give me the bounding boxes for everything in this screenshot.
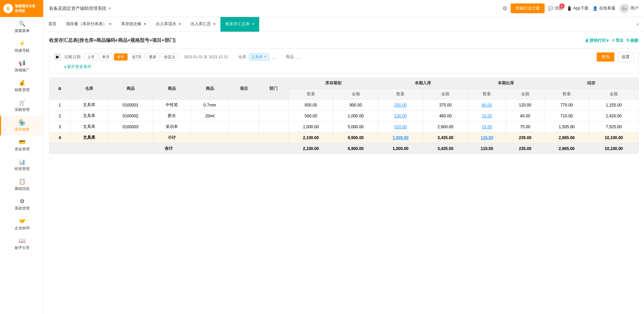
- row-balance-amt-0: 1,155.00: [589, 100, 639, 111]
- row-in-qty-2[interactable]: 520.00: [378, 121, 423, 132]
- app-download-action[interactable]: 📱 App下载: [567, 5, 589, 11]
- tab-label-flow: 出入库流水: [156, 21, 176, 27]
- sidebar-item-inventory[interactable]: 🏪库存核算: [0, 116, 43, 135]
- row-no-0: 1: [49, 100, 70, 111]
- goods-more[interactable]: ...: [297, 54, 301, 60]
- user-action[interactable]: Ea 用户: [620, 4, 639, 13]
- date-btn-上月[interactable]: 上月: [84, 53, 98, 61]
- footer-balance-amt: 10,100.00: [589, 143, 639, 154]
- col-open-qty-header: 数量: [288, 89, 333, 100]
- sidebar-label-collab: 企业协同: [15, 226, 30, 231]
- tab-bar-close-btn[interactable]: ✕: [631, 18, 644, 31]
- row-warehouse-2: 文具库: [70, 121, 108, 132]
- print-icon: 🖨: [585, 38, 589, 43]
- row-in-qty-3[interactable]: 1,000.00: [378, 132, 423, 143]
- refresh-button[interactable]: ↻ 刷新: [626, 38, 639, 44]
- tab-summary[interactable]: 出入库汇总✕: [186, 17, 220, 32]
- warehouse-tag-close[interactable]: ✕: [264, 55, 267, 59]
- trial-button[interactable]: 体验行业方案: [511, 3, 545, 13]
- export-icon: ↗: [611, 38, 615, 43]
- sidebar-item-system[interactable]: ⚙系统管理: [0, 195, 43, 214]
- row-spec-3: [191, 132, 229, 143]
- sidebar-item-finance[interactable]: 💳资金管理: [0, 135, 43, 155]
- logo-text: 畅捷通好生意 标准版: [15, 4, 35, 13]
- sidebar-item-operations[interactable]: 📊经营管理: [0, 155, 43, 175]
- date-btn-本月[interactable]: 本月: [99, 53, 113, 61]
- tab-home[interactable]: 首页: [44, 17, 61, 32]
- close-icon: ✕: [636, 22, 639, 27]
- sidebar-item-quick_nav[interactable]: ⚡快捷导航: [0, 37, 43, 56]
- row-in-amt-2: 2,600.00: [423, 121, 468, 132]
- row-balance-qty-2: 1,505.00: [544, 121, 589, 132]
- sidebar-label-quick_nav: 快捷导航: [15, 48, 30, 53]
- col-name-header: 商品: [153, 78, 191, 100]
- row-out-qty-1[interactable]: 20.00: [468, 111, 506, 121]
- tab-close-batch[interactable]: ✕: [144, 22, 146, 26]
- row-out-amt-1: 40.00: [506, 111, 544, 121]
- page-title-actions: 🖨 拼块打印 ▾ ↗ 导出 ↻ 刷新: [585, 38, 639, 44]
- date-btn-更多[interactable]: 更多: [146, 53, 160, 61]
- chevron-down-icon: ▾: [607, 38, 609, 43]
- content-area: 收发存汇总表(按仓库+商品编码+商品+规格型号+项目+部门) 🖨 拼块打印 ▾ …: [44, 32, 644, 314]
- row-in-qty-1[interactable]: 230.00: [378, 111, 423, 121]
- page-title-row: 收发存汇总表(按仓库+商品编码+商品+规格型号+项目+部门) 🖨 拼块打印 ▾ …: [49, 37, 639, 44]
- row-out-qty-3[interactable]: 115.00: [468, 132, 506, 143]
- col-project-header: 项目: [229, 78, 259, 100]
- sidebar-label-marketing: 营销推广: [15, 68, 30, 73]
- row-balance-qty-3: 2,985.00: [544, 132, 589, 143]
- col-open-amt-header: 金额: [333, 89, 378, 100]
- phone-icon: 📱: [567, 6, 572, 11]
- col-out-header: 本期出库: [468, 78, 544, 89]
- row-project-2: [229, 121, 259, 132]
- tab-close-recv_summary[interactable]: ✕: [252, 22, 254, 26]
- sidebar-item-search[interactable]: 🔍搜索菜单: [0, 17, 43, 37]
- tab-close-summary[interactable]: ✕: [213, 22, 216, 26]
- row-out-amt-2: 75.00: [506, 121, 544, 132]
- print-button[interactable]: 🖨 拼块打印 ▾: [585, 38, 609, 44]
- row-name-3: 小计: [153, 132, 191, 143]
- col-open-header: 库存期初: [288, 78, 378, 89]
- setting-button[interactable]: 设置: [618, 52, 633, 62]
- sidebar-item-sales[interactable]: 💰销售管理: [0, 76, 43, 96]
- sidebar-label-base_info: 基础信息: [15, 186, 30, 191]
- online-service-action[interactable]: 👤 在线客服: [593, 5, 615, 11]
- warehouse-more[interactable]: ...: [272, 54, 276, 60]
- date-btn-本年[interactable]: 本年: [114, 53, 128, 61]
- avatar: Ea: [620, 4, 629, 13]
- logo-icon: 6: [3, 4, 13, 13]
- tab-batch[interactable]: 库存批次账✕: [116, 17, 151, 32]
- export-button[interactable]: ↗ 导出: [611, 38, 624, 44]
- table-row: 4 文具库 小计 2,100.00 6,900.00 1,000.00 3,43…: [49, 132, 639, 143]
- sidebar-item-marketing[interactable]: 📢营销推广: [0, 56, 43, 76]
- sidebar-item-base_info[interactable]: 📋基础信息: [0, 175, 43, 195]
- row-out-qty-2[interactable]: 15.00: [468, 121, 506, 132]
- sidebar: 6 畅捷通好生意 标准版 🔍搜索菜单⚡快捷导航📢营销推广💰销售管理🛒采购管理🏪库…: [0, 0, 44, 314]
- message-action[interactable]: 💬 消息 6: [548, 5, 563, 11]
- tab-inventory_dist[interactable]: 现存量（库存分布表）✕: [61, 17, 116, 32]
- row-out-qty-0[interactable]: 80.00: [468, 100, 506, 111]
- filter-collapse-btn[interactable]: ▶: [54, 53, 61, 60]
- guide-icon: 📖: [19, 237, 26, 244]
- settings-icon[interactable]: ⚙: [502, 5, 507, 12]
- date-btn-近7天[interactable]: 近7天: [129, 53, 145, 61]
- tab-flow[interactable]: 出入库流水✕: [151, 17, 186, 32]
- query-button[interactable]: 查询: [597, 52, 614, 62]
- row-code-2: 0100003: [108, 121, 153, 132]
- tab-recv_summary[interactable]: 收发存汇总表✕: [220, 17, 259, 32]
- collab-icon: 🤝: [19, 218, 26, 224]
- row-in-amt-3: 3,435.00: [423, 132, 468, 143]
- purchase-icon: 🛒: [19, 99, 26, 106]
- sidebar-item-purchase[interactable]: 🛒采购管理: [0, 96, 43, 116]
- row-dept-3: [259, 132, 288, 143]
- row-in-qty-0[interactable]: 250.00: [378, 100, 423, 111]
- sidebar-item-collab[interactable]: 🤝企业协同: [0, 214, 43, 234]
- expand-conditions-btn[interactable]: ▾ 展开更多条件: [64, 64, 633, 70]
- sidebar-item-guide[interactable]: 📖新手引导: [0, 234, 43, 254]
- date-btn-自定义[interactable]: 自定义: [161, 53, 178, 61]
- table-row: 2 文具库 0100002 胶水 20ml 500.00 1,000.00 23…: [49, 111, 639, 121]
- tab-close-flow[interactable]: ✕: [178, 22, 181, 26]
- row-no-2: 3: [49, 121, 70, 132]
- tab-close-inventory_dist[interactable]: ✕: [109, 22, 112, 26]
- col-settings[interactable]: ⚙: [49, 78, 70, 100]
- expand-icon: ▾: [64, 65, 66, 69]
